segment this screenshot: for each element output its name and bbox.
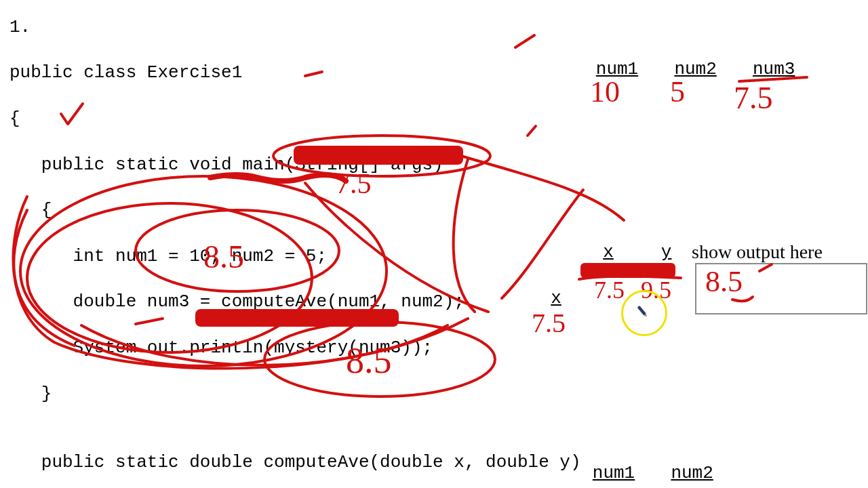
ink-num3: 7.5	[734, 81, 773, 115]
ex1-line-5: double num3 = computeAve(num1, num2);	[9, 291, 581, 314]
trace-compute: x y	[585, 241, 690, 264]
ex1-line-0: public class Exercise1	[9, 62, 581, 85]
trace-main-ex2: num1 num2	[580, 462, 726, 485]
ex1-line-2: public static void main(String[] args)	[9, 154, 581, 177]
ex1-line-1: {	[9, 108, 581, 131]
trace-mystery: x	[539, 287, 573, 310]
ink-compute-x: 7.5	[594, 277, 625, 304]
trace-compute-col-1: y	[643, 241, 690, 264]
trace-main2-col-0: num1	[580, 462, 648, 485]
ex1-line-6: System.out.println(mystery(num3));	[9, 337, 581, 360]
trace-main-col-1: num2	[662, 58, 730, 81]
ex1-line-7: }	[9, 383, 581, 406]
ex1-line-3: {	[9, 199, 581, 222]
trace-main2-col-1: num2	[658, 462, 726, 485]
worksheet-body: 1. public class Exercise1 { public stati…	[9, 0, 581, 488]
ex1-number: 1.	[9, 16, 581, 39]
output-box	[695, 263, 867, 314]
trace-compute-col-0: x	[585, 241, 632, 264]
svg-rect-11	[637, 306, 646, 316]
output-label: show output here	[692, 240, 823, 264]
svg-rect-7	[580, 263, 675, 278]
trace-mystery-col-0: x	[539, 287, 573, 310]
ex1-line-4: int num1 = 10, num2 = 5;	[9, 245, 581, 268]
trace-main-col-0: num1	[583, 58, 651, 81]
trace-main: num1 num2 num3	[583, 58, 808, 81]
trace-main-col-2: num3	[740, 58, 808, 81]
ex1-line-9: public static double computeAve(double x…	[9, 451, 581, 474]
